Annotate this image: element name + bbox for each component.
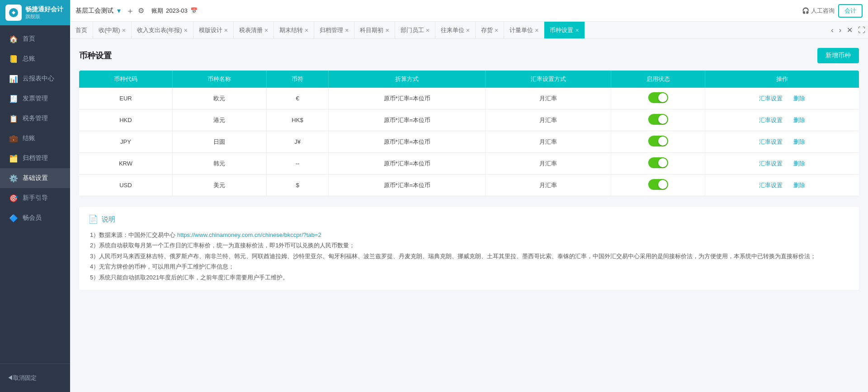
rate-setting-link[interactable]: 汇率设置: [759, 138, 783, 145]
account-button[interactable]: 会计: [838, 4, 863, 18]
company-name: 基层工会测试: [75, 7, 113, 15]
table-row: HKD 港元 HK$ 原币*汇率=本位币 月汇率 汇率设置 删除: [79, 109, 859, 131]
enabled-toggle[interactable]: [648, 136, 668, 146]
tab-next-button[interactable]: ›: [836, 22, 844, 39]
tab-archive[interactable]: 归档管理 ×: [314, 22, 354, 39]
delete-link[interactable]: 删除: [793, 138, 805, 145]
tab-income[interactable]: 收入支出表(年报) ×: [132, 22, 193, 39]
tab-expand-button[interactable]: ⛶: [855, 22, 868, 39]
company-dropdown-icon[interactable]: ▾: [117, 6, 121, 15]
tab-template[interactable]: 模版设计 ×: [193, 22, 234, 39]
sidebar-item-closing[interactable]: 💼 结账: [0, 128, 70, 148]
help-button[interactable]: 🎧 人工咨询: [802, 7, 835, 15]
add-company-icon[interactable]: ＋: [126, 5, 134, 16]
cell-calc: 原币*汇率=本位币: [329, 109, 486, 131]
tab-unit[interactable]: 计量单位 ×: [504, 22, 544, 39]
topbar: 基层工会测试 ▾ ＋ ⚙ 账期 2023-03 📅 🎧 人工咨询 会计: [70, 0, 868, 22]
tab-inventory[interactable]: 存货 ×: [476, 22, 504, 39]
col-name: 币种名称: [172, 71, 266, 88]
sidebar-item-guide[interactable]: 🎯 新手引导: [0, 188, 70, 208]
sidebar-item-member[interactable]: 🔷 畅会员: [0, 208, 70, 228]
tab-close-icon[interactable]: ×: [184, 27, 188, 34]
calendar-icon[interactable]: 📅: [190, 7, 198, 14]
tab-close-icon[interactable]: ×: [264, 27, 268, 34]
tab-close-icon[interactable]: ×: [535, 27, 538, 34]
tab-close-icon[interactable]: ×: [305, 27, 308, 34]
enabled-toggle[interactable]: [648, 92, 668, 103]
tab-customers[interactable]: 往来单位 ×: [435, 22, 476, 39]
cell-rate-type: 月汇率: [486, 175, 611, 196]
tab-subject-init[interactable]: 科目期初 ×: [354, 22, 395, 39]
cell-actions: 汇率设置 删除: [705, 88, 859, 109]
cell-name: 美元: [172, 175, 266, 196]
tab-label: 科目期初: [360, 26, 383, 34]
tab-close-icon[interactable]: ×: [575, 27, 579, 34]
cell-rate-type: 月汇率: [486, 109, 611, 131]
logo-sub: 旗舰版: [25, 13, 63, 20]
tab-prev-button[interactable]: ‹: [828, 22, 836, 39]
enabled-toggle[interactable]: [648, 179, 668, 190]
cell-actions: 汇率设置 删除: [705, 153, 859, 175]
delete-link[interactable]: 删除: [793, 95, 805, 102]
cell-calc: 原币*汇率=本位币: [329, 131, 486, 153]
cell-calc: 原币*汇率=本位币: [329, 175, 486, 196]
tab-balance[interactable]: 收(中期) ×: [93, 22, 132, 39]
tab-dept-staff[interactable]: 部门员工 ×: [395, 22, 435, 39]
tab-close-icon[interactable]: ×: [385, 27, 389, 34]
sidebar-item-reports[interactable]: 📊 云报表中心: [0, 69, 70, 89]
notes-link[interactable]: https://www.chinamoney.com.cn/chinese/bk…: [177, 231, 321, 238]
tab-label: 收(中期): [99, 26, 120, 34]
delete-link[interactable]: 删除: [793, 160, 805, 167]
notes-item: 3）人民币对马来西亚林吉特、俄罗斯卢布、南非兰特、韩元、阿联酋迪拉姆、沙特里亚尔…: [88, 251, 850, 261]
rate-setting-link[interactable]: 汇率设置: [759, 95, 783, 102]
settings-icon[interactable]: ⚙: [138, 6, 144, 15]
rate-setting-link[interactable]: 汇率设置: [759, 160, 783, 167]
tab-close-icon[interactable]: ×: [495, 27, 498, 34]
table-row: USD 美元 $ 原币*汇率=本位币 月汇率 汇率设置 删除: [79, 175, 859, 196]
headset-icon: 🎧: [802, 7, 809, 14]
cell-symbol: J¥: [266, 131, 329, 153]
tab-close-icon[interactable]: ×: [122, 27, 126, 34]
tab-tax-clear[interactable]: 税表清册 ×: [234, 22, 274, 39]
enabled-toggle[interactable]: [648, 157, 668, 168]
tab-label: 往来单位: [441, 26, 464, 34]
cell-name: 欧元: [172, 88, 266, 109]
enabled-toggle[interactable]: [648, 114, 668, 125]
tab-close-icon[interactable]: ×: [466, 27, 470, 34]
tab-label: 期末结转: [279, 26, 303, 34]
page-content: 币种设置 新增币种 币种代码 币种名称 币符 折算方式 汇率设置方式 启用状态 …: [70, 39, 868, 392]
tabbar-nav: ‹ › ✕ ⛶: [828, 22, 868, 39]
period-info: 账期 2023-03 📅: [151, 7, 198, 15]
tab-label: 计量单位: [509, 26, 533, 34]
sidebar-item-label: 畅会员: [23, 214, 42, 222]
sidebar-item-basic[interactable]: ⚙️ 基础设置: [0, 168, 70, 188]
tab-home[interactable]: 首页: [70, 22, 93, 39]
topbar-right: 🎧 人工咨询 会计: [802, 4, 863, 18]
rate-setting-link[interactable]: 汇率设置: [759, 117, 783, 123]
sidebar-item-invoice[interactable]: 🧾 发票管理: [0, 89, 70, 109]
tab-currency[interactable]: 币种设置 ×: [544, 22, 585, 39]
tab-close-icon[interactable]: ×: [224, 27, 228, 34]
help-label: 人工咨询: [811, 7, 835, 15]
new-currency-button[interactable]: 新增币种: [817, 48, 859, 63]
sidebar-item-tax[interactable]: 📋 税务管理: [0, 109, 70, 128]
sidebar-nav: 🏠 首页 📒 总账 📊 云报表中心 🧾 发票管理 📋 税务管理 💼 结账 🗂️ …: [0, 25, 70, 364]
pin-button[interactable]: ◀取消固定: [0, 369, 70, 387]
sidebar-item-archive[interactable]: 🗂️ 归档管理: [0, 148, 70, 168]
tab-close-all-button[interactable]: ✕: [844, 22, 855, 39]
tab-label: 税表清册: [239, 26, 263, 34]
delete-link[interactable]: 删除: [793, 117, 805, 123]
tab-period-close[interactable]: 期末结转 ×: [274, 22, 314, 39]
sidebar-item-home[interactable]: 🏠 首页: [0, 29, 70, 49]
invoice-icon: 🧾: [9, 94, 18, 103]
tab-close-icon[interactable]: ×: [345, 27, 349, 34]
tab-close-icon[interactable]: ×: [426, 27, 429, 34]
col-code: 币种代码: [79, 71, 172, 88]
delete-link[interactable]: 删除: [793, 182, 805, 189]
notes-section: 📄 说明 1）数据来源：中国外汇交易中心 https://www.chinamo…: [79, 207, 859, 290]
rate-setting-link[interactable]: 汇率设置: [759, 182, 783, 189]
sidebar-item-ledger[interactable]: 📒 总账: [0, 49, 70, 69]
member-icon: 🔷: [9, 213, 18, 222]
cell-rate-type: 月汇率: [486, 153, 611, 175]
tab-label: 收入支出表(年报): [137, 26, 182, 34]
